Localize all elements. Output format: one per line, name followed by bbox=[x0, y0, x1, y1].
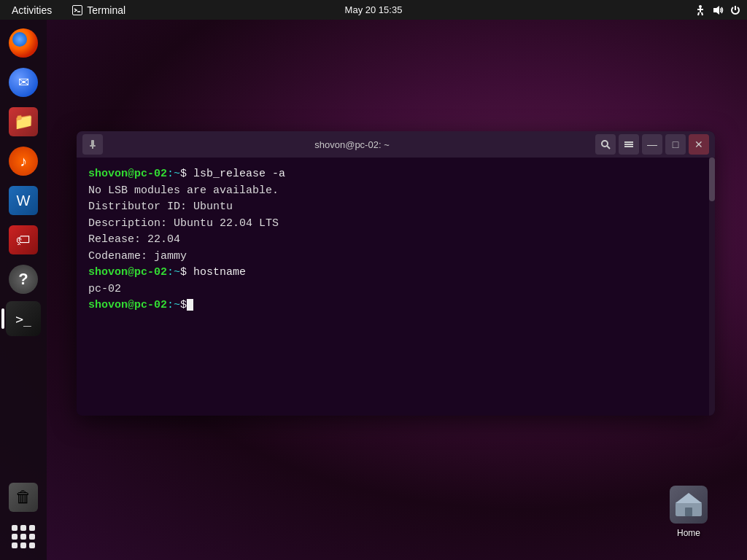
prompt-user-2: shovon@pc-02 bbox=[88, 266, 167, 279]
svg-rect-12 bbox=[90, 145, 96, 147]
trash-icon: 🗑 bbox=[9, 483, 38, 512]
terminal-line-3: shovon@pc-02:~$ bbox=[88, 298, 703, 314]
svg-line-4 bbox=[698, 12, 699, 15]
terminal-output-3: Description: Ubuntu 22.04 LTS bbox=[88, 216, 703, 233]
prompt-dollar-3: $ bbox=[180, 299, 187, 311]
sidebar-item-files[interactable] bbox=[6, 104, 41, 139]
terminal-titlebar: shovon@pc-02: ~ — □ bbox=[77, 131, 715, 158]
svg-rect-17 bbox=[624, 144, 633, 145]
svg-marker-9 bbox=[676, 493, 702, 503]
svg-point-14 bbox=[602, 141, 608, 147]
desktop-home-icon[interactable]: Home bbox=[659, 486, 718, 538]
sidebar-item-terminal[interactable]: >_ bbox=[6, 301, 41, 336]
terminal-close-button[interactable]: ✕ bbox=[689, 134, 709, 155]
topbar-terminal-icon bbox=[72, 5, 82, 15]
terminal-menu-button[interactable] bbox=[619, 134, 639, 155]
terminal-output-4: Release: 22.04 bbox=[88, 232, 703, 249]
terminal-window-controls: — □ ✕ bbox=[595, 134, 709, 155]
sidebar-dock: ♪ W 🏷 ? >_ 🗑 bbox=[0, 20, 47, 560]
firefox-icon bbox=[9, 28, 38, 58]
prompt-path-1: :~ bbox=[167, 168, 180, 180]
sidebar-item-thunderbird[interactable] bbox=[6, 65, 41, 100]
sidebar-item-rhythmbox[interactable]: ♪ bbox=[6, 144, 41, 179]
sidebar-item-trash[interactable]: 🗑 bbox=[6, 480, 41, 515]
help-icon: ? bbox=[9, 265, 38, 294]
sidebar-item-help[interactable]: ? bbox=[6, 262, 41, 297]
files-icon bbox=[9, 107, 38, 136]
terminal-output-1: No LSB modules are available. bbox=[88, 183, 703, 200]
terminal-window: shovon@pc-02: ~ — □ bbox=[77, 131, 715, 416]
appstore-icon: 🏷 bbox=[9, 225, 38, 254]
topbar: Activities Terminal May 20 15:35 bbox=[0, 0, 747, 20]
terminal-maximize-button[interactable]: □ bbox=[665, 134, 686, 155]
topbar-app: Terminal bbox=[63, 0, 134, 20]
svg-rect-11 bbox=[91, 140, 94, 146]
svg-line-5 bbox=[702, 12, 703, 15]
terminal-search-button[interactable] bbox=[595, 134, 616, 155]
terminal-cursor bbox=[187, 299, 193, 311]
svg-point-1 bbox=[699, 5, 702, 8]
prompt-user-1: shovon@pc-02 bbox=[88, 168, 167, 180]
sidebar-item-writer[interactable]: W bbox=[6, 183, 41, 218]
svg-marker-6 bbox=[713, 6, 719, 15]
terminal-scrollbar[interactable] bbox=[709, 158, 715, 416]
writer-icon: W bbox=[9, 186, 38, 215]
svg-line-15 bbox=[607, 146, 610, 149]
terminal-line-2: shovon@pc-02:~$ hostname bbox=[88, 265, 703, 281]
topbar-clock: May 20 15:35 bbox=[345, 4, 403, 15]
terminal-scrollbar-thumb[interactable] bbox=[709, 158, 715, 201]
terminal-minimize-button[interactable]: — bbox=[642, 134, 662, 155]
activities-button[interactable]: Activities bbox=[0, 0, 63, 20]
home-folder-label: Home bbox=[677, 528, 700, 538]
svg-rect-16 bbox=[624, 141, 633, 143]
rhythmbox-icon: ♪ bbox=[9, 147, 38, 176]
prompt-path-3: :~ bbox=[167, 299, 180, 311]
topbar-app-name: Terminal bbox=[87, 4, 125, 16]
terminal-dock-icon: >_ bbox=[6, 301, 41, 336]
terminal-output-2: Distributor ID: Ubuntu bbox=[88, 199, 703, 216]
terminal-title: shovon@pc-02: ~ bbox=[109, 139, 595, 150]
show-apps-icon bbox=[9, 522, 38, 551]
svg-rect-18 bbox=[624, 146, 633, 147]
system-accessibility-icon[interactable] bbox=[694, 4, 706, 16]
sidebar-item-appstore[interactable]: 🏷 bbox=[6, 222, 41, 257]
sidebar-item-show-apps[interactable] bbox=[6, 519, 41, 554]
terminal-body[interactable]: shovon@pc-02:~$ lsb_release -a No LSB mo… bbox=[77, 158, 715, 416]
thunderbird-icon bbox=[9, 68, 38, 97]
home-folder-icon bbox=[670, 486, 708, 524]
terminal-output-5: Codename: jammy bbox=[88, 249, 703, 265]
terminal-output-6: pc-02 bbox=[88, 281, 703, 298]
prompt-dollar-1: $ bbox=[180, 168, 187, 180]
terminal-pin-button[interactable] bbox=[82, 134, 103, 155]
svg-rect-10 bbox=[685, 508, 692, 516]
prompt-user-3: shovon@pc-02 bbox=[88, 299, 167, 311]
terminal-line-1: shovon@pc-02:~$ lsb_release -a bbox=[88, 166, 703, 183]
cmd-text-1: lsb_release -a bbox=[187, 168, 285, 180]
volume-icon[interactable] bbox=[712, 4, 724, 16]
sidebar-item-firefox[interactable] bbox=[6, 26, 41, 61]
cmd-text-2: hostname bbox=[187, 266, 246, 279]
power-icon[interactable] bbox=[729, 4, 741, 16]
prompt-dollar-2: $ bbox=[180, 266, 187, 279]
topbar-right-icons bbox=[694, 4, 747, 16]
prompt-path-2: :~ bbox=[167, 266, 180, 279]
